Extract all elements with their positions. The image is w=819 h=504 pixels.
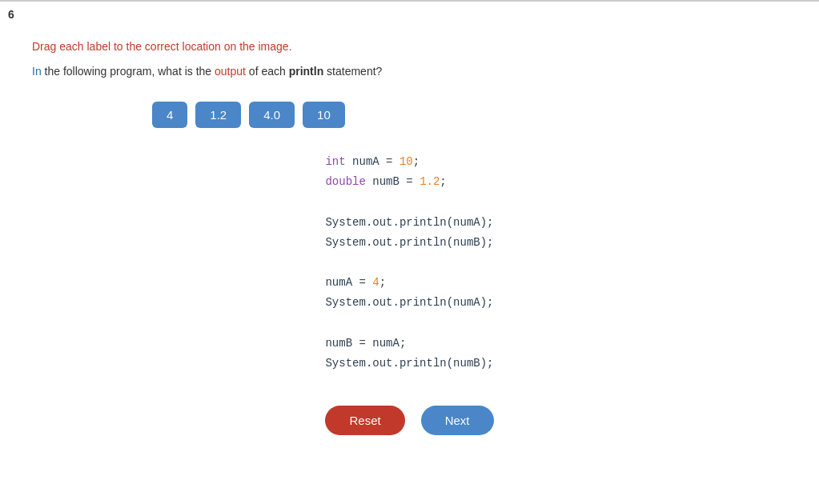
question-end: statement? [323,65,382,78]
code-line-2: double numB = 1.2; [325,172,493,192]
question-after: of each [246,65,289,78]
reset-button[interactable]: Reset [325,406,404,435]
question-text: In the following program, what is the ou… [32,65,787,78]
label-chip-4[interactable]: 4 [152,102,187,128]
question-number: 6 [8,8,14,21]
next-button[interactable]: Next [421,406,494,435]
code-line-8: System.out.println(numA); [325,293,493,313]
output-label: output [215,65,246,78]
code-line-1: int numA = 10; [325,152,493,172]
label-chip-4-0[interactable]: 4.0 [249,102,295,128]
code-line-11: System.out.println(numB); [325,354,493,374]
code-line-5: System.out.println(numB); [325,233,493,253]
code-line-4: System.out.println(numA); [325,213,493,233]
instruction-text: Drag each label to the correct location … [32,40,787,53]
question-middle: the following program, what is the [42,65,215,78]
buttons-area: Reset Next [32,406,787,435]
label-chip-1-2[interactable]: 1.2 [195,102,241,128]
label-chip-10[interactable]: 10 [303,102,345,128]
println-label: println [289,65,324,78]
code-line-blank-3 [325,314,493,334]
code-line-7: numA = 4; [325,273,493,293]
code-line-10: numB = numA; [325,334,493,354]
labels-container: 4 1.2 4.0 10 [32,102,787,128]
code-area: int numA = 10; double numB = 1.2; System… [32,152,787,374]
code-line-blank-1 [325,192,493,212]
code-line-blank-2 [325,253,493,273]
code-block: int numA = 10; double numB = 1.2; System… [325,152,493,374]
in-label: In [32,65,42,78]
